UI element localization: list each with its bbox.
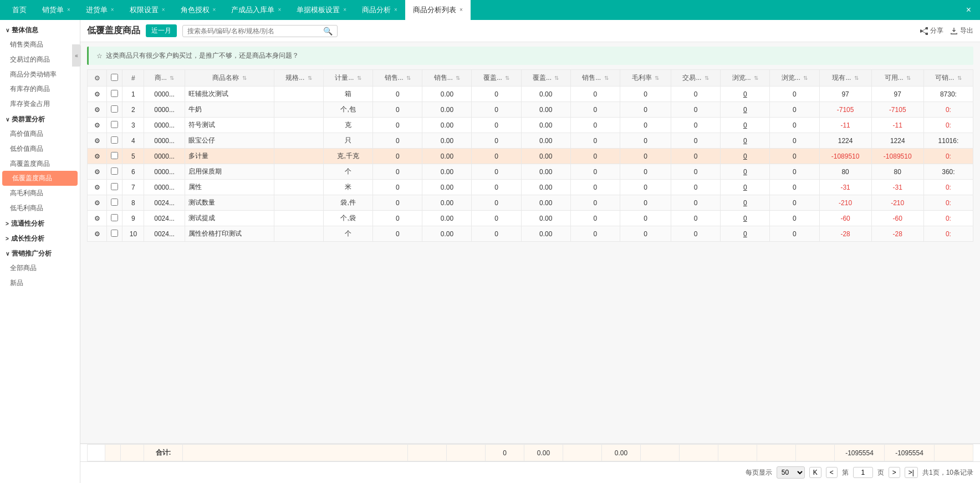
sidebar-item-高毛利商品[interactable]: 高毛利商品: [0, 186, 80, 201]
sidebar-item-有库存的商品[interactable]: 有库存的商品: [0, 82, 80, 96]
sidebar-item-商品分类动销率[interactable]: 商品分类动销率: [0, 67, 80, 82]
row-settings[interactable]: ⚙: [88, 87, 107, 102]
row-checkbox[interactable]: [107, 226, 122, 242]
row-select-checkbox[interactable]: [111, 121, 118, 128]
row-select-checkbox[interactable]: [111, 105, 118, 113]
nav-tab-角色授权[interactable]: 角色授权 ×: [173, 0, 224, 20]
sidebar-item-低覆盖度商品[interactable]: 低覆盖度商品: [2, 171, 78, 186]
row-checkbox[interactable]: [107, 133, 122, 149]
row-select-checkbox[interactable]: [111, 183, 118, 190]
tab-close-icon[interactable]: ×: [278, 0, 281, 20]
table-container[interactable]: ⚙ # 商... ⇅ 商品名称 ⇅ 规格... ⇅ 计量... ⇅ 销售... …: [87, 69, 973, 443]
sidebar-item-低价值商品[interactable]: 低价值商品: [0, 141, 80, 156]
spec-col-header[interactable]: 规格... ⇅: [274, 70, 323, 87]
row-checkbox[interactable]: [107, 211, 122, 226]
row-browse-count[interactable]: 0: [721, 149, 770, 164]
code-col-header[interactable]: 商... ⇅: [144, 70, 185, 87]
share-button[interactable]: 分享: [920, 26, 943, 35]
row-browse-count[interactable]: 0: [721, 87, 770, 102]
nav-tab-首页[interactable]: 首页: [4, 0, 34, 20]
sidebar-section-0[interactable]: ∨整体信息: [0, 22, 80, 37]
nav-tab-销货单[interactable]: 销货单 ×: [34, 0, 78, 20]
row-settings[interactable]: ⚙: [88, 211, 107, 226]
export-button[interactable]: 导出: [950, 26, 973, 35]
sales-amt-col-header[interactable]: 销售... ⇅: [422, 70, 472, 87]
cover-count-col-header[interactable]: 覆盖... ⇅: [472, 70, 521, 87]
sidebar-item-新品[interactable]: 新品: [0, 276, 80, 291]
search-icon[interactable]: 🔍: [323, 27, 333, 35]
nav-tab-商品分析[interactable]: 商品分析 ×: [354, 0, 405, 20]
sidebar-section-2[interactable]: >流通性分析: [0, 216, 80, 231]
row-browse-count[interactable]: 0: [721, 211, 770, 226]
per-page-select[interactable]: 50 100 200: [777, 466, 805, 479]
sellable-col-header[interactable]: 可销... ⇅: [923, 70, 973, 87]
nav-tab-单据模板设置[interactable]: 单据模板设置 ×: [289, 0, 354, 20]
sidebar-item-高价值商品[interactable]: 高价值商品: [0, 126, 80, 141]
last-page-button[interactable]: >|: [905, 467, 918, 478]
tab-close-icon[interactable]: ×: [394, 0, 397, 20]
nav-tab-产成品入库单[interactable]: 产成品入库单 ×: [223, 0, 289, 20]
available-col-header[interactable]: 可用... ⇅: [871, 70, 923, 87]
unit-col-header[interactable]: 计量... ⇅: [324, 70, 373, 87]
sidebar-item-全部商品[interactable]: 全部商品: [0, 261, 80, 276]
row-checkbox[interactable]: [107, 180, 122, 195]
row-browse-count[interactable]: 0: [721, 133, 770, 149]
row-browse-count[interactable]: 0: [721, 102, 770, 118]
row-browse-count[interactable]: 0: [721, 195, 770, 211]
row-settings[interactable]: ⚙: [88, 164, 107, 180]
page-number-input[interactable]: [853, 467, 873, 478]
sidebar-item-销售类商品[interactable]: 销售类商品: [0, 37, 80, 52]
current-stock-col-header[interactable]: 现有... ⇅: [819, 70, 871, 87]
row-select-checkbox[interactable]: [111, 152, 118, 159]
row-checkbox[interactable]: [107, 195, 122, 211]
row-checkbox[interactable]: [107, 118, 122, 133]
sidebar-section-3[interactable]: >成长性分析: [0, 231, 80, 246]
sidebar-item-低毛利商品[interactable]: 低毛利商品: [0, 201, 80, 216]
checkbox-col-header[interactable]: [107, 70, 122, 87]
nav-tab-商品分析列表[interactable]: 商品分析列表 ×: [405, 0, 471, 20]
browse-count2-col-header[interactable]: 浏览... ⇅: [770, 70, 819, 87]
row-browse-count[interactable]: 0: [721, 118, 770, 133]
cover-rate-col-header[interactable]: 覆盖... ⇅: [521, 70, 570, 87]
row-settings[interactable]: ⚙: [88, 118, 107, 133]
filter-button[interactable]: 近一月: [146, 24, 177, 37]
sidebar-item-高覆盖度商品[interactable]: 高覆盖度商品: [0, 156, 80, 171]
row-select-checkbox[interactable]: [111, 90, 118, 97]
row-select-checkbox[interactable]: [111, 136, 118, 144]
sales-count-col-header[interactable]: 销售... ⇅: [570, 70, 620, 87]
tab-close-icon[interactable]: ×: [343, 0, 346, 20]
row-settings[interactable]: ⚙: [88, 195, 107, 211]
row-settings[interactable]: ⚙: [88, 133, 107, 149]
row-browse-count[interactable]: 0: [721, 226, 770, 242]
row-settings[interactable]: ⚙: [88, 102, 107, 118]
sidebar-section-4[interactable]: ∨营销推广分析: [0, 246, 80, 261]
row-select-checkbox[interactable]: [111, 230, 118, 237]
tab-close-icon[interactable]: ×: [213, 0, 216, 20]
browse-count-col-header[interactable]: 浏览... ⇅: [721, 70, 770, 87]
row-checkbox[interactable]: [107, 102, 122, 118]
sidebar-section-1[interactable]: ∨类群置分析: [0, 111, 80, 126]
row-select-checkbox[interactable]: [111, 214, 118, 221]
row-checkbox[interactable]: [107, 149, 122, 164]
row-checkbox[interactable]: [107, 87, 122, 102]
row-select-checkbox[interactable]: [111, 167, 118, 175]
row-browse-count[interactable]: 0: [721, 164, 770, 180]
tab-close-icon[interactable]: ×: [162, 0, 165, 20]
nav-tab-进货单[interactable]: 进货单 ×: [78, 0, 122, 20]
row-settings[interactable]: ⚙: [88, 180, 107, 195]
row-checkbox[interactable]: [107, 164, 122, 180]
row-browse-count[interactable]: 0: [721, 180, 770, 195]
row-settings[interactable]: ⚙: [88, 149, 107, 164]
select-all-checkbox[interactable]: [111, 74, 118, 81]
nav-tab-权限设置[interactable]: 权限设置 ×: [122, 0, 173, 20]
search-input[interactable]: [187, 27, 321, 35]
first-page-button[interactable]: K: [809, 467, 821, 478]
name-col-header[interactable]: 商品名称 ⇅: [185, 70, 274, 87]
tab-close-icon[interactable]: ×: [460, 0, 463, 20]
tab-close-icon[interactable]: ×: [111, 0, 114, 20]
prev-page-button[interactable]: <: [826, 467, 838, 478]
sidebar-item-交易过的商品[interactable]: 交易过的商品: [0, 52, 80, 67]
row-settings[interactable]: ⚙: [88, 226, 107, 242]
sidebar-collapse-button[interactable]: «: [72, 44, 81, 67]
settings-col-header[interactable]: ⚙: [88, 70, 107, 87]
